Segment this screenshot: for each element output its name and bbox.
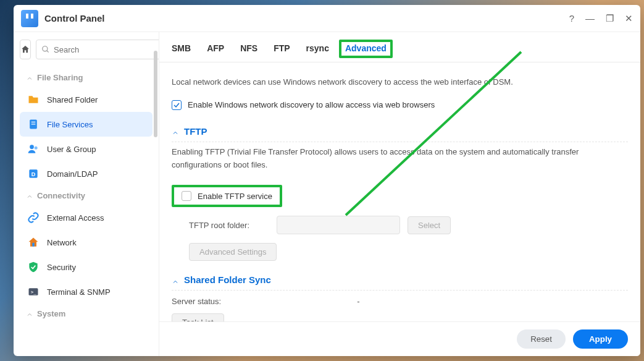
enable-tftp-row[interactable]: Enable TFTP service [172,185,282,207]
maximize-icon[interactable]: ❐ [606,13,614,24]
svg-text:>_: >_ [31,289,37,295]
sidebar-item-security[interactable]: Security [20,255,153,279]
domain-icon: D [27,168,40,180]
home-icon [20,45,30,54]
sidebar: File SharingShared FolderFile ServicesUs… [14,32,159,356]
sidebar-item-label: User & Group [47,145,96,154]
control-panel-icon [21,10,38,27]
tab-smb[interactable]: SMB [172,43,191,62]
sidebar-item-external-access[interactable]: External Access [20,205,153,230]
sidebar-section-title: System [37,309,65,318]
sidebar-item-user-group[interactable]: User & Group [20,137,153,161]
sidebar-item-network[interactable]: Network [20,230,153,255]
svg-point-5 [30,145,34,149]
apply-button[interactable]: Apply [573,329,628,349]
tab-afp[interactable]: AFP [207,43,224,62]
sidebar-section-header[interactable]: System [20,304,153,323]
checkbox-icon[interactable] [182,191,191,201]
enable-tftp-label: Enable TFTP service [198,192,272,201]
link-icon [27,211,40,224]
search-input[interactable] [54,45,157,54]
search-box[interactable] [36,40,159,59]
tftp-root-input[interactable] [277,216,400,234]
scroll-area: Local network devices can use Windows ne… [159,62,640,356]
sidebar-item-label: Network [47,238,77,247]
svg-rect-3 [31,122,36,122]
help-icon[interactable]: ? [569,13,574,23]
svg-text:D: D [31,171,36,177]
nethome-icon [27,236,40,248]
sidebar-item-terminal-snmp[interactable]: >_Terminal & SNMP [20,279,153,304]
tab-advanced[interactable]: Advanced [345,43,387,62]
window-title: Control Panel [44,13,105,23]
users-icon [27,143,40,155]
ws-discovery-description: Local network devices can use Windows ne… [172,76,628,89]
sidebar-section-title: Connectivity [37,191,85,200]
titlebar: Control Panel ? — ❐ ✕ [14,5,640,32]
server-status-row: Server status: - [172,297,628,306]
svg-point-6 [35,147,38,150]
sidebar-item-file-services[interactable]: File Services [20,112,153,137]
close-icon[interactable]: ✕ [625,13,633,24]
advanced-settings-button[interactable]: Advanced Settings [189,243,277,261]
tab-ftp[interactable]: FTP [274,43,290,62]
tftp-root-label: TFTP root folder: [189,221,269,230]
svg-point-0 [43,46,48,51]
ws-discovery-checkbox-label: Enable Windows network discovery to allo… [188,100,435,109]
chevron-icon [26,193,32,199]
control-panel-window: Control Panel ? — ❐ ✕ File SharingShared… [14,5,640,356]
doc-icon [27,118,40,130]
server-status-label: Server status: [172,297,221,306]
minimize-icon[interactable]: — [585,13,595,23]
server-status-value: - [357,297,359,306]
section-tftp[interactable]: TFTP [172,126,628,142]
sidebar-item-label: Terminal & SNMP [47,287,111,297]
sidebar-item-label: Shared Folder [47,95,98,104]
folder-icon [27,93,40,106]
tftp-advanced-row: Advanced Settings [172,243,628,261]
sidebar-item-shared-folder[interactable]: Shared Folder [20,87,153,112]
sidebar-item-label: Security [47,263,76,272]
sidebar-item-label: Domain/LDAP [47,169,98,179]
sidebar-item-label: File Services [47,120,93,129]
tab-nfs[interactable]: NFS [240,43,257,62]
chevron-up-icon [172,277,178,283]
reset-button[interactable]: Reset [517,329,566,349]
sidebar-scrollbar[interactable] [154,51,157,137]
section-shared-sync[interactable]: Shared Folder Sync [172,274,628,291]
svg-rect-4 [31,124,36,124]
svg-rect-9 [32,243,34,247]
checkbox-icon[interactable] [172,100,182,110]
content-area: SMBAFPNFSFTPrsyncAdvanced Local network … [159,32,640,356]
chevron-up-icon [172,128,178,134]
tabs: SMBAFPNFSFTPrsyncAdvanced [159,32,640,62]
chevron-icon [26,311,32,317]
search-icon [41,45,50,54]
home-button[interactable] [20,40,31,59]
select-button[interactable]: Select [408,216,451,234]
tftp-description: Enabling TFTP (Trivial File Transfer Pro… [172,146,628,172]
footer: Reset Apply [159,321,640,356]
svg-line-1 [47,51,49,53]
sidebar-section-header[interactable]: File Sharing [20,68,153,87]
chevron-icon [26,75,32,81]
tftp-root-row: TFTP root folder: Select [172,216,628,234]
ws-discovery-checkbox-row[interactable]: Enable Windows network discovery to allo… [172,98,628,113]
section-tftp-title: TFTP [184,126,207,137]
sidebar-item-domain-ldap[interactable]: DDomain/LDAP [20,161,153,186]
sidebar-section-header[interactable]: Connectivity [20,186,153,205]
sidebar-item-label: External Access [47,213,104,223]
terminal-icon: >_ [27,286,40,298]
sidebar-section-title: File Sharing [37,73,83,82]
window-controls: ? — ❐ ✕ [569,13,633,24]
shield-icon [27,261,40,273]
section-shared-sync-title: Shared Folder Sync [184,274,271,285]
tab-rsync[interactable]: rsync [306,43,329,62]
